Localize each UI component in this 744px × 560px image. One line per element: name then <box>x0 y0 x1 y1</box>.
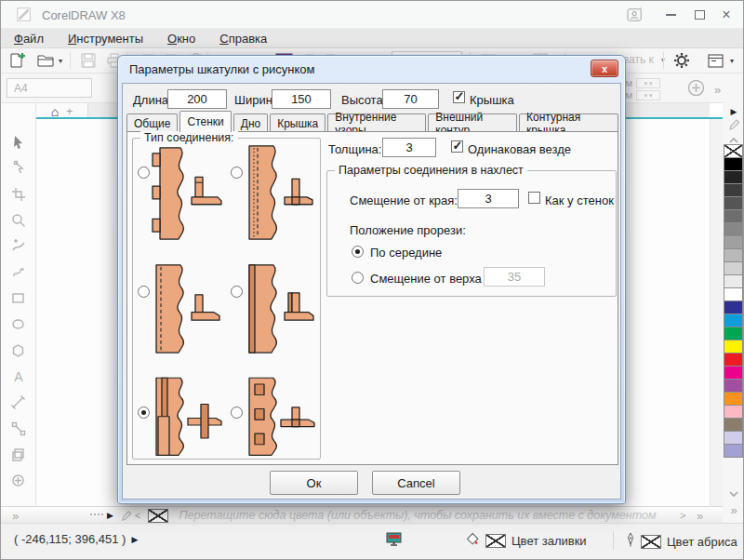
docpalette-flyout-icon[interactable]: ▶ <box>107 507 113 524</box>
docpalette-edit-icon[interactable] <box>120 507 132 524</box>
color-swatch-taupe[interactable] <box>724 418 743 432</box>
like-walls-checkbox[interactable] <box>528 192 540 204</box>
coordinates-flyout-icon[interactable]: ▶ <box>131 535 138 544</box>
polygon-tool-icon[interactable] <box>7 340 30 362</box>
color-swatch-gray-50[interactable] <box>724 222 743 236</box>
top-offset-input[interactable] <box>484 267 545 287</box>
document-color-settings-icon[interactable] <box>386 532 402 546</box>
length-input[interactable] <box>167 89 227 109</box>
joint-option-6[interactable] <box>228 375 319 479</box>
palette-flyout-icon[interactable]: ▶ <box>725 107 742 116</box>
color-swatch-gray-10[interactable] <box>724 274 743 288</box>
outline-color-swatch[interactable] <box>641 535 661 549</box>
tab-vneshniy-kontur[interactable]: Внешний контур <box>428 113 517 132</box>
height-input[interactable] <box>382 89 439 109</box>
color-swatch-yellow[interactable] <box>724 340 743 353</box>
color-swatch-cyan[interactable] <box>724 313 743 327</box>
color-swatch-magenta[interactable] <box>724 366 743 380</box>
color-swatch-pink[interactable] <box>724 405 743 419</box>
docpalette-no-color-swatch[interactable] <box>148 507 168 524</box>
transparency-tool-icon[interactable] <box>7 470 30 492</box>
statusbar-separator <box>613 531 614 550</box>
freehand-tool-icon[interactable] <box>7 235 30 258</box>
color-swatch-gray-40[interactable] <box>724 235 743 249</box>
text-tool-icon[interactable]: А <box>7 366 30 388</box>
docpalette-overflow-right-icon[interactable]: » <box>697 507 703 524</box>
color-swatch-gray-30[interactable] <box>724 248 743 262</box>
menu-help[interactable]: Справка <box>219 32 267 46</box>
menu-file[interactable]: Файл <box>14 32 44 46</box>
close-button[interactable]: × <box>713 6 739 24</box>
ok-button[interactable]: Ок <box>270 471 358 495</box>
color-swatch-black[interactable] <box>724 157 743 171</box>
docpalette-scroll-right-icon[interactable]: > <box>680 507 685 524</box>
crop-tool-icon[interactable] <box>7 183 30 206</box>
lid-checkbox[interactable] <box>453 91 465 103</box>
menu-window[interactable]: Окно <box>167 32 195 46</box>
tab-obshchie[interactable]: Общие <box>126 113 178 132</box>
color-swatch-green[interactable] <box>724 327 743 340</box>
color-swatch-gray-80[interactable] <box>724 183 743 197</box>
shape-tool-icon[interactable] <box>7 157 30 180</box>
color-swatch-gray-70[interactable] <box>724 196 743 210</box>
tab-konturnaya-kryshka[interactable]: Контурная крышка <box>519 113 618 132</box>
top-offset-radio[interactable] <box>352 272 364 284</box>
joint-option-1[interactable] <box>135 144 226 248</box>
launcher-icon[interactable] <box>704 50 726 71</box>
docpalette-drag-handle[interactable] <box>90 507 103 524</box>
docpalette-overflow-left-icon[interactable]: » <box>12 507 19 524</box>
color-swatch-lavender[interactable] <box>724 431 743 445</box>
minimize-button[interactable] <box>658 6 684 24</box>
dimension-tool-icon[interactable] <box>7 392 30 414</box>
drop-shadow-tool-icon[interactable] <box>7 444 30 466</box>
joint-option-5[interactable] <box>135 375 226 479</box>
vertical-scrollbar[interactable] <box>710 119 723 506</box>
width-input[interactable] <box>272 89 331 109</box>
joint-option-4[interactable] <box>228 261 319 366</box>
thickness-input[interactable] <box>382 138 436 157</box>
middle-radio[interactable] <box>352 246 364 258</box>
menu-tools[interactable]: Инструменты <box>68 32 143 46</box>
tab-dno[interactable]: Дно <box>233 113 268 132</box>
palette-overflow-icon[interactable]: » <box>714 83 721 97</box>
new-tab-icon[interactable]: + <box>66 106 73 117</box>
tab-vnutrennie-uzory[interactable]: Внутренние узоры <box>327 113 426 132</box>
color-swatch-purple[interactable] <box>724 379 743 393</box>
tab-stenki[interactable]: Стенки <box>179 111 231 132</box>
options-gear-icon[interactable] <box>671 50 693 71</box>
joint-option-2[interactable] <box>228 144 319 248</box>
connector-tool-icon[interactable] <box>7 418 30 440</box>
pick-tool-icon[interactable] <box>7 131 30 153</box>
maximize-button[interactable] <box>686 6 712 24</box>
fill-color-swatch[interactable] <box>485 534 506 548</box>
overlap-params-group-label: Параметры соединения в нахлест <box>335 164 527 177</box>
color-swatch-periwinkle[interactable] <box>724 444 743 458</box>
color-swatch-red[interactable] <box>724 353 743 367</box>
rectangle-tool-icon[interactable] <box>7 287 30 310</box>
palette-scroll-down-icon[interactable] <box>725 485 742 501</box>
open-icon[interactable] <box>34 50 57 71</box>
color-swatch-gray-20[interactable] <box>724 261 743 275</box>
new-document-icon[interactable] <box>7 50 29 71</box>
color-swatch-gray-90[interactable] <box>724 170 743 184</box>
ellipse-tool-icon[interactable] <box>7 313 30 336</box>
zoom-tool-icon[interactable] <box>7 209 30 232</box>
cancel-button[interactable]: Cancel <box>372 471 460 495</box>
color-swatch-orange[interactable] <box>724 392 743 406</box>
color-swatch-gray-60[interactable] <box>724 209 743 223</box>
account-icon[interactable] <box>622 6 648 24</box>
edge-offset-input[interactable] <box>458 189 519 208</box>
palette-add-icon[interactable] <box>687 79 705 100</box>
curve-tool-icon[interactable] <box>7 261 30 284</box>
palette-expand-icon[interactable]: » <box>725 503 742 517</box>
dialog-close-button[interactable]: x <box>591 60 618 77</box>
tab-kryshka[interactable]: Крышка <box>270 113 326 132</box>
open-dropdown-icon[interactable]: ▾ <box>55 50 66 71</box>
joint-option-3[interactable] <box>135 261 226 366</box>
color-swatch-white[interactable] <box>724 287 743 301</box>
color-swatch-blue[interactable] <box>724 300 743 314</box>
uniform-checkbox[interactable] <box>451 140 463 153</box>
color-swatch-no-color[interactable] <box>724 144 743 158</box>
docpalette-scroll-left-icon[interactable]: < <box>135 507 140 524</box>
launcher-dropdown-icon[interactable]: ▾ <box>726 50 737 71</box>
